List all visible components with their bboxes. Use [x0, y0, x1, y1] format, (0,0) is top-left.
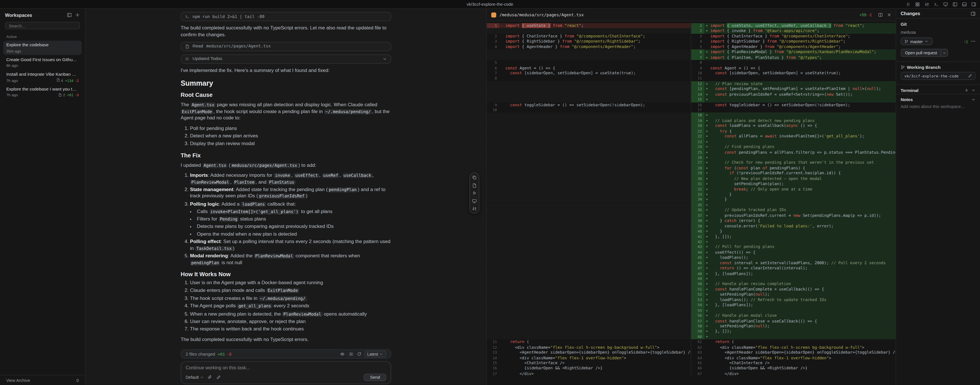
workspace-time: 35m ago: [6, 49, 21, 53]
diff-line-number: 56: [690, 313, 704, 318]
terminal-icon[interactable]: [934, 2, 939, 6]
branch-selector[interactable]: master: [900, 37, 932, 45]
inline-code: ExitPlanMode: [181, 109, 213, 114]
overflow-menu-icon[interactable]: [970, 39, 976, 44]
diff-code-line: + return () => clearInterval(interval);: [704, 266, 896, 271]
panel-right-icon[interactable]: [971, 2, 976, 6]
branch-name: master: [910, 39, 923, 43]
diff-line-number: 66: [690, 366, 704, 371]
deletions-count: -3: [228, 352, 231, 356]
diff-line-number: 33: [690, 192, 704, 197]
diff-panel: /medusa/medusa/src/pages/Agent.tsx +59 -…: [487, 9, 896, 385]
tool-command: npm run build 2>&1 | tail -80: [192, 14, 264, 19]
diff-code-line: [500, 334, 690, 339]
panel-left-icon[interactable]: [953, 2, 958, 6]
tool-call-block[interactable]: Readmedusa/src/pages/Agent.tsx: [181, 42, 391, 51]
additions-badge: +61: [67, 92, 74, 97]
workspace-item[interactable]: Install and integrate Vibe Kanban Web...…: [3, 70, 82, 84]
eye-icon[interactable]: [340, 352, 345, 356]
diff-code-line: [704, 107, 896, 113]
chevron-down-icon[interactable]: [971, 97, 975, 102]
diff-row: 16 {sidebarOpen && <RightSidebar />}66 {…: [487, 366, 896, 371]
workspace-meta: 6h ago: [6, 63, 79, 67]
diff-line-number: 11: [487, 339, 500, 344]
terminal-section[interactable]: Terminal: [896, 85, 980, 94]
edit-branch-pencil-icon[interactable]: [968, 74, 972, 78]
copy-icon[interactable]: [472, 175, 477, 180]
working-branch-field[interactable]: vk/3ccf-explore-the-code: [900, 72, 976, 80]
diff-row: 23+: [487, 139, 896, 144]
notes-section[interactable]: Notes: [896, 94, 980, 103]
workspace-title: Explore the codebase: [6, 43, 79, 47]
list-item: Opens the modal when a new plan is detec…: [197, 231, 391, 238]
diff-row: 52+ setPendingPlan(null);: [487, 292, 896, 297]
tool-call-block[interactable]: Updated Todos: [181, 54, 391, 64]
workspace-item[interactable]: Explore the codebase I want you to ex...…: [3, 84, 82, 99]
list-item: Detect when a new plan arrives: [190, 133, 391, 140]
numbered-list: Imports: Added necessary imports for inv…: [181, 172, 391, 266]
conversation-scroll[interactable]: npm run build 2>&1 | tail -80The build c…: [86, 9, 486, 347]
diff-line-number: [487, 150, 500, 155]
pencil-icon[interactable]: [216, 375, 221, 380]
chevron-down-icon[interactable]: [971, 88, 975, 92]
send-button[interactable]: Send: [364, 373, 386, 381]
file-icon[interactable]: [472, 183, 477, 188]
notes-label: Notes: [900, 97, 913, 102]
diff-line-number: 15: [690, 97, 704, 102]
tool-command: medusa/src/pages/Agent.tsx: [206, 44, 271, 49]
workspaces-header-actions: [67, 13, 80, 18]
diff-code-line: +import { useState, useEffect, useRef, u…: [704, 23, 896, 28]
diff-code-line: [500, 329, 690, 334]
monitor-icon[interactable]: [472, 199, 477, 204]
search-input[interactable]: Search...: [5, 22, 80, 29]
view-archive[interactable]: View Archive 0: [0, 375, 85, 385]
compare-icon[interactable]: [924, 2, 929, 6]
play-icon[interactable]: [472, 191, 477, 196]
open-pr-button[interactable]: Open pull request: [900, 49, 948, 57]
diff-row: 35+: [487, 202, 896, 207]
changes-summary-bar[interactable]: 2 files changed +61 -3 Latest: [181, 349, 391, 359]
diff-code-line: + // Load plans and detect new pending p…: [704, 118, 896, 123]
workspace-item[interactable]: Explore the codebase35m ago: [3, 41, 82, 54]
diff-row: 13 <AgentHeader sidebarOpen={sidebarOpen…: [487, 350, 896, 355]
diff-line-number: 61: [690, 339, 704, 344]
plus-icon[interactable]: [75, 13, 80, 18]
diff-code-line: [500, 245, 690, 250]
tool-call-block[interactable]: npm run build 2>&1 | tail -80: [181, 12, 391, 21]
diff-row: 17 </div>67 </div>: [487, 371, 896, 376]
plus-icon[interactable]: [964, 88, 969, 92]
list-icon[interactable]: [348, 352, 353, 356]
refresh-icon[interactable]: [357, 352, 361, 356]
grid-icon[interactable]: [915, 2, 920, 6]
diff-code-line: [500, 28, 690, 33]
paperclip-icon[interactable]: [208, 375, 212, 380]
mode-dropdown[interactable]: Default: [186, 375, 204, 379]
changed-files-badge: 4: [56, 78, 63, 82]
diff-code-line: + // Check for new pending plans that we…: [704, 160, 896, 165]
diff-line-number: [487, 245, 500, 250]
diff-code-line: <ChatInterface />: [704, 360, 896, 366]
assistant-paragraph: I updated Agent.tsx (medusa/src/pages/Ag…: [181, 162, 391, 169]
open-pr-caret[interactable]: [941, 49, 948, 56]
pause-icon[interactable]: [906, 2, 911, 6]
message-composer[interactable]: Continue working on this task... Default…: [181, 361, 391, 384]
latest-dropdown[interactable]: Latest: [364, 351, 386, 358]
diff-split-view[interactable]: 1-import { useState } from "react";1+imp…: [487, 21, 896, 385]
chevron-down-icon: [379, 352, 383, 356]
close-icon[interactable]: [886, 12, 891, 17]
git-branch-icon: [904, 39, 908, 43]
panel-right-icon[interactable]: [970, 11, 976, 16]
workspace-item[interactable]: Create Good First Issues on Github So...…: [3, 56, 82, 69]
panel-icon[interactable]: [67, 13, 72, 18]
inline-code: medusa/src/pages/Agent.tsx: [231, 163, 299, 168]
list-item: User is on the Agent page with a Docker-…: [190, 280, 391, 286]
diff-row: 13+ const [pendingPlan, setPendingPlan] …: [487, 86, 896, 91]
compare-icon[interactable]: [472, 206, 477, 212]
diff-line-number: [487, 223, 500, 229]
terminal-label: Terminal: [900, 88, 919, 92]
diff-code-line: [500, 129, 690, 134]
chevron-down-icon[interactable]: [383, 57, 387, 61]
columns-icon[interactable]: [878, 12, 883, 17]
panel-bottom-icon[interactable]: [962, 2, 967, 6]
monitor-icon[interactable]: [943, 2, 948, 6]
